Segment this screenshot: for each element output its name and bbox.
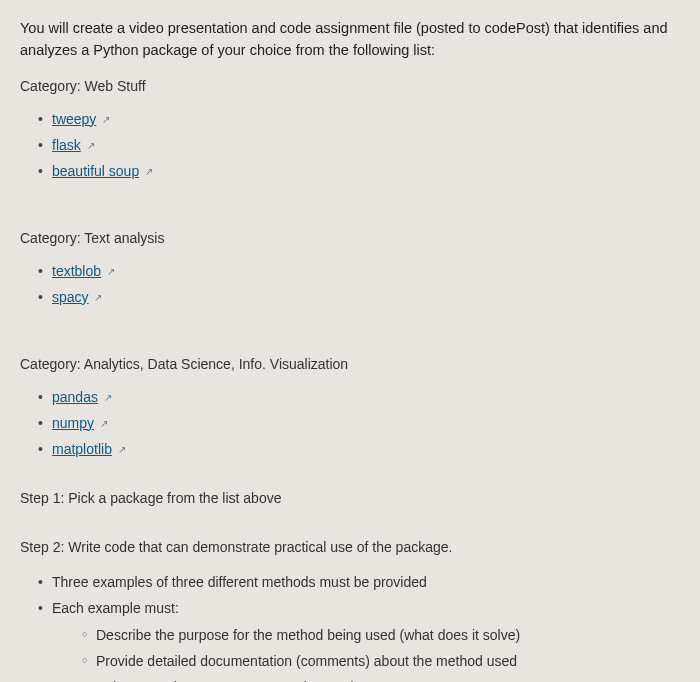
list-item: flask ↗ xyxy=(38,135,680,156)
sub-list-item: Provide detailed documentation (comments… xyxy=(82,651,680,672)
list-item: matplotlib ↗ xyxy=(38,439,680,460)
external-link-icon: ↗ xyxy=(107,264,115,279)
list-item: numpy ↗ xyxy=(38,413,680,434)
step2-subbullets: Describe the purpose for the method bein… xyxy=(52,625,680,683)
package-link-tweepy[interactable]: tweepy xyxy=(52,111,96,127)
intro-text: You will create a video presentation and… xyxy=(20,18,680,62)
package-link-textblob[interactable]: textblob xyxy=(52,263,101,279)
package-link-beautifulsoup[interactable]: beautiful soup xyxy=(52,163,139,179)
list-item: textblob ↗ xyxy=(38,261,680,282)
step-2-heading: Step 2: Write code that can demonstrate … xyxy=(20,537,680,558)
external-link-icon: ↗ xyxy=(94,290,102,305)
list-item: Three examples of three different method… xyxy=(38,572,680,593)
package-link-pandas[interactable]: pandas xyxy=(52,389,98,405)
category-heading: Category: Web Stuff xyxy=(20,76,680,97)
category-heading: Category: Analytics, Data Science, Info.… xyxy=(20,354,680,375)
external-link-icon: ↗ xyxy=(100,416,108,431)
list-item-label: Each example must: xyxy=(52,600,179,616)
sub-list-item: Describe the purpose for the method bein… xyxy=(82,625,680,646)
external-link-icon: ↗ xyxy=(87,138,95,153)
link-list: pandas ↗ numpy ↗ matplotlib ↗ xyxy=(20,387,680,460)
sub-list-item: At least one loop statement must be used xyxy=(82,677,680,683)
external-link-icon: ↗ xyxy=(102,112,110,127)
list-item: pandas ↗ xyxy=(38,387,680,408)
package-link-spacy[interactable]: spacy xyxy=(52,289,89,305)
external-link-icon: ↗ xyxy=(104,390,112,405)
package-link-matplotlib[interactable]: matplotlib xyxy=(52,441,112,457)
list-item: beautiful soup ↗ xyxy=(38,161,680,182)
list-item: Each example must: Describe the purpose … xyxy=(38,598,680,683)
category-heading: Category: Text analysis xyxy=(20,228,680,249)
external-link-icon: ↗ xyxy=(145,164,153,179)
step2-bullets: Three examples of three different method… xyxy=(20,572,680,683)
link-list: tweepy ↗ flask ↗ beautiful soup ↗ xyxy=(20,109,680,182)
package-link-flask[interactable]: flask xyxy=(52,137,81,153)
list-item: tweepy ↗ xyxy=(38,109,680,130)
list-item: spacy ↗ xyxy=(38,287,680,308)
package-link-numpy[interactable]: numpy xyxy=(52,415,94,431)
external-link-icon: ↗ xyxy=(118,442,126,457)
step-1-heading: Step 1: Pick a package from the list abo… xyxy=(20,488,680,509)
link-list: textblob ↗ spacy ↗ xyxy=(20,261,680,308)
